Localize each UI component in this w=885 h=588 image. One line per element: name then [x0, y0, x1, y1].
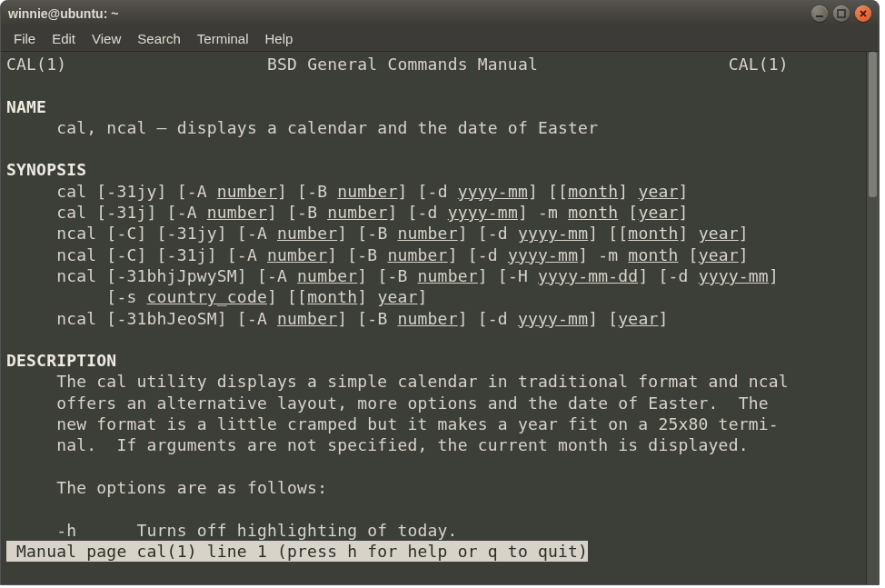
scrollbar[interactable] [866, 52, 879, 584]
desc-line-1: The cal utility displays a simple calend… [6, 372, 789, 391]
terminal-window: winnie@ubuntu: ~ File Edit View Search T… [0, 0, 880, 585]
menu-help[interactable]: Help [258, 28, 301, 49]
syn4: ncal [-C] [-31j] [-A [6, 245, 267, 264]
minimize-button[interactable] [811, 5, 828, 22]
section-name: NAME [6, 97, 46, 116]
terminal-text: CAL(1) BSD General Commands Manual CAL(1… [1, 52, 879, 562]
syn6: ncal [-31bhJeoSM] [-A [6, 309, 277, 328]
section-description: DESCRIPTION [6, 351, 116, 370]
titlebar[interactable]: winnie@ubuntu: ~ [1, 1, 879, 26]
option-h: -h Turns off highlighting of today. [6, 521, 458, 540]
svg-rect-1 [838, 10, 845, 17]
syn2: cal [-31j] [-A [6, 203, 207, 222]
man-header-right: CAL(1) [729, 55, 789, 74]
man-header-center: BSD General Commands Manual [267, 55, 538, 74]
scrollbar-thumb[interactable] [869, 52, 877, 197]
menu-search[interactable]: Search [130, 28, 188, 49]
menu-view[interactable]: View [85, 28, 128, 49]
syn1: cal [-31jy] [-A [6, 182, 217, 201]
desc-line-4: nal. If arguments are not specified, the… [6, 435, 749, 454]
man-header-left: CAL(1) [6, 55, 66, 74]
window-controls [811, 5, 871, 22]
terminal-body[interactable]: CAL(1) BSD General Commands Manual CAL(1… [1, 52, 879, 584]
svg-rect-0 [816, 15, 823, 17]
syn3: ncal [-C] [-31jy] [-A [6, 224, 277, 243]
desc-line-3: new format is a little cramped but it ma… [6, 414, 779, 434]
menu-file[interactable]: File [6, 28, 43, 49]
menu-edit[interactable]: Edit [45, 28, 83, 49]
maximize-button[interactable] [833, 5, 850, 22]
syn5b: [-s [6, 287, 147, 306]
pager-statusline: Manual page cal(1) line 1 (press h for h… [6, 541, 588, 562]
menu-terminal[interactable]: Terminal [190, 28, 256, 49]
menubar: File Edit View Search Terminal Help [1, 26, 879, 52]
name-body: cal, ncal — displays a calendar and the … [6, 118, 598, 137]
desc-line-2: offers an alternative layout, more optio… [6, 394, 769, 413]
close-button[interactable] [855, 5, 871, 22]
syn5: ncal [-31bhjJpwySM] [-A [6, 266, 297, 285]
desc-line-5: The options are as follows: [6, 478, 327, 497]
window-title: winnie@ubuntu: ~ [8, 6, 811, 21]
section-synopsis: SYNOPSIS [6, 160, 86, 179]
